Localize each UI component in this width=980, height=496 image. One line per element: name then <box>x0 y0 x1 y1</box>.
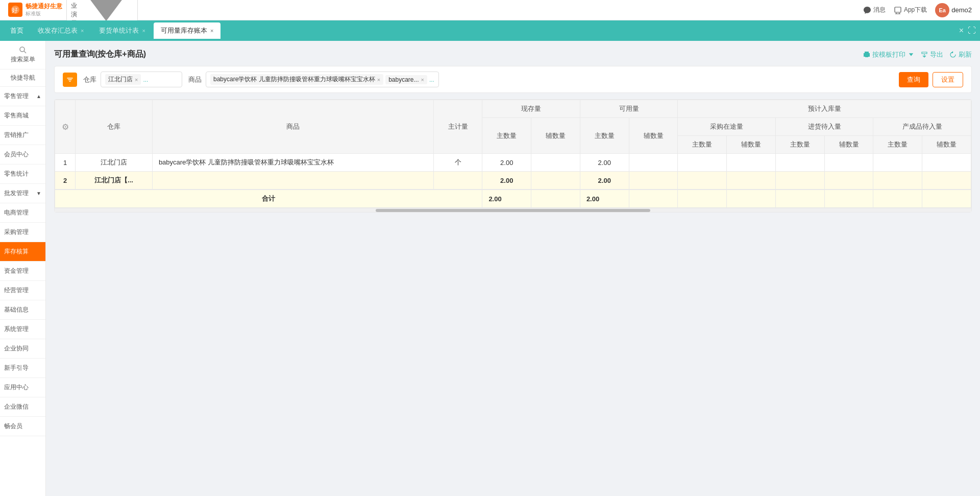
th-avail-main: 主数量 <box>580 118 629 154</box>
tab-close-all[interactable]: × <box>959 26 964 35</box>
tab-receive-close[interactable]: × <box>81 28 84 34</box>
sidebar-item-purchase-mgmt[interactable]: 采购管理 <box>0 223 45 242</box>
table-row: 1 江北门店 babycare学饮杯 儿童防摔防撞吸管杯重力球吸嘴杯宝宝水杯 个… <box>55 154 971 172</box>
sidebar-item-member[interactable]: 会员中心 <box>0 145 45 164</box>
sidebar-item-vip[interactable]: 畅会员 <box>0 417 45 436</box>
export-label: 导出 <box>930 50 943 59</box>
row-unit: 个 <box>433 154 482 172</box>
total-incoming-main <box>775 190 824 208</box>
svg-text:好: 好 <box>12 7 18 14</box>
subtotal-incoming-aux <box>824 172 873 190</box>
sidebar-item-retail-mgmt[interactable]: 零售管理 ▲ <box>0 87 45 106</box>
sidebar-search[interactable]: 搜索菜单 <box>0 41 45 69</box>
filter-actions: 查询 设置 <box>899 72 963 87</box>
sidebar-item-finance-mgmt[interactable]: 资金管理 <box>0 262 45 281</box>
top-bar-right: 消息 App下载 Ea demo2 <box>863 3 972 17</box>
warehouse-tag-text: 江北门店 <box>108 75 133 84</box>
export-btn[interactable]: 导出 <box>921 50 943 59</box>
th-product: 商品 <box>152 100 433 154</box>
sidebar-item-label: 资金管理 <box>4 267 29 275</box>
tab-order-stat[interactable]: 要货单统计表 × <box>92 22 152 39</box>
th-stock-aux: 辅数量 <box>531 118 580 154</box>
sidebar-item-wholesale-mgmt[interactable]: 批发管理 ▼ <box>0 184 45 203</box>
th-purchase-main: 主数量 <box>678 136 727 154</box>
scroll-thumb[interactable] <box>376 209 651 212</box>
product-more[interactable]: ... <box>429 76 434 83</box>
settings-button[interactable]: 设置 <box>933 72 963 87</box>
tab-available-label: 可用量库存账本 <box>161 26 207 35</box>
subtotal-avail-aux <box>629 172 678 190</box>
scroll-hint <box>55 208 971 212</box>
th-warehouse: 仓库 <box>76 100 153 154</box>
tab-expand[interactable]: ⛶ <box>968 26 976 35</box>
query-button[interactable]: 查询 <box>899 72 928 87</box>
sidebar-item-base-info[interactable]: 基础信息 <box>0 300 45 320</box>
sidebar-item-enterprise-wechat[interactable]: 企业微信 <box>0 397 45 417</box>
row-avail-main: 2.00 <box>580 154 629 172</box>
filter-toggle-btn[interactable] <box>63 73 77 87</box>
sidebar-item-sys-mgmt[interactable]: 系统管理 <box>0 320 45 339</box>
tab-available[interactable]: 可用量库存账本 × <box>154 22 220 39</box>
sidebar-item-enterprise[interactable]: 企业协同 <box>0 339 45 359</box>
row-warehouse: 江北门店 <box>76 154 153 172</box>
product-filter-input[interactable]: babycare学饮杯 儿童防摔防撞吸管杯重力球吸嘴杯宝宝水杯 × babyca… <box>206 72 439 87</box>
sidebar-item-label: 库存核算 <box>4 247 29 256</box>
sidebar-item-ecom-mgmt[interactable]: 电商管理 <box>0 203 45 223</box>
warehouse-filter-input[interactable]: 江北门店 × ... <box>101 72 182 87</box>
product-filter-label: 商品 <box>188 75 202 84</box>
product-tag-close[interactable]: × <box>377 77 380 83</box>
app-download-btn[interactable]: App下载 <box>894 6 927 14</box>
row-stock-main: 2.00 <box>482 154 531 172</box>
tab-available-close[interactable]: × <box>210 28 213 34</box>
warehouse-filter-group: 仓库 江北门店 × ... <box>83 72 182 87</box>
th-avail-aux: 辅数量 <box>629 118 678 154</box>
th-purchase-aux: 辅数量 <box>727 136 776 154</box>
column-settings-icon[interactable]: ⚙ <box>62 123 69 131</box>
warehouse-more[interactable]: ... <box>143 76 148 83</box>
user-name: demo2 <box>951 6 972 14</box>
sidebar-item-marketing[interactable]: 营销推广 <box>0 126 45 145</box>
total-finished-aux <box>922 190 971 208</box>
product-tag-2: babycare... × <box>385 75 427 84</box>
sidebar-quick-nav[interactable]: 快捷导航 <box>0 69 45 87</box>
total-purchase-aux <box>727 190 776 208</box>
user-profile[interactable]: Ea demo2 <box>935 3 972 17</box>
th-purchase-transit: 采购在途量 <box>678 118 776 136</box>
subtotal-finished-main <box>873 172 922 190</box>
refresh-btn[interactable]: 刷新 <box>949 50 972 59</box>
top-bar: 好 畅捷通好生意 标准版 母婴行业演示账套 消息 App下载 Ea demo2 <box>0 0 980 20</box>
tab-home[interactable]: 首页 <box>4 22 30 39</box>
tab-actions: × ⛶ <box>959 26 976 35</box>
product-tag-2-close[interactable]: × <box>421 77 424 83</box>
sidebar-item-retail-mall[interactable]: 零售商城 <box>0 106 45 126</box>
page-content: 可用量查询(按仓库+商品) 按模板打印 导出 刷新 <box>46 41 980 221</box>
total-stock-main: 2.00 <box>482 190 531 208</box>
row-purchase-main <box>678 154 727 172</box>
table-subtotal-row: 2 江北门店【... 2.00 2.00 <box>55 172 971 190</box>
subtotal-stock-aux <box>531 172 580 190</box>
page-title: 可用量查询(按仓库+商品) <box>54 49 146 60</box>
sidebar-item-ops-mgmt[interactable]: 经营管理 <box>0 281 45 300</box>
tab-receive[interactable]: 收发存汇总表 × <box>31 22 91 39</box>
message-btn[interactable]: 消息 <box>863 6 886 14</box>
tab-order-stat-close[interactable]: × <box>142 28 145 34</box>
sidebar-item-retail-stats[interactable]: 零售统计 <box>0 164 45 184</box>
avatar-initials: Ea <box>939 7 946 13</box>
warehouse-tag-close[interactable]: × <box>135 77 138 83</box>
sidebar-item-label: 电商管理 <box>4 208 29 217</box>
sidebar-item-inventory[interactable]: 库存核算 <box>0 242 45 262</box>
table-container: ⚙ 仓库 商品 主计量 现存量 可用量 预计入库量 主数量 辅数量 <box>54 99 972 212</box>
sidebar-item-label: 企业协同 <box>4 344 29 353</box>
chevron-up-icon: ▲ <box>36 93 41 99</box>
sidebar-item-app-center[interactable]: 应用中心 <box>0 378 45 397</box>
sidebar-item-label: 畅会员 <box>4 422 22 431</box>
product-tag: babycare学饮杯 儿童防摔防撞吸管杯重力球吸嘴杯宝宝水杯 × <box>210 74 383 85</box>
subtotal-incoming-main <box>775 172 824 190</box>
svg-rect-2 <box>895 7 901 12</box>
subtotal-num: 2 <box>55 172 76 190</box>
total-stock-aux <box>531 190 580 208</box>
print-template-btn[interactable]: 按模板打印 <box>863 50 915 59</box>
sidebar-item-newbie[interactable]: 新手引导 <box>0 359 45 378</box>
sidebar-quick-nav-label: 快捷导航 <box>11 74 35 81</box>
row-finished-aux <box>922 154 971 172</box>
